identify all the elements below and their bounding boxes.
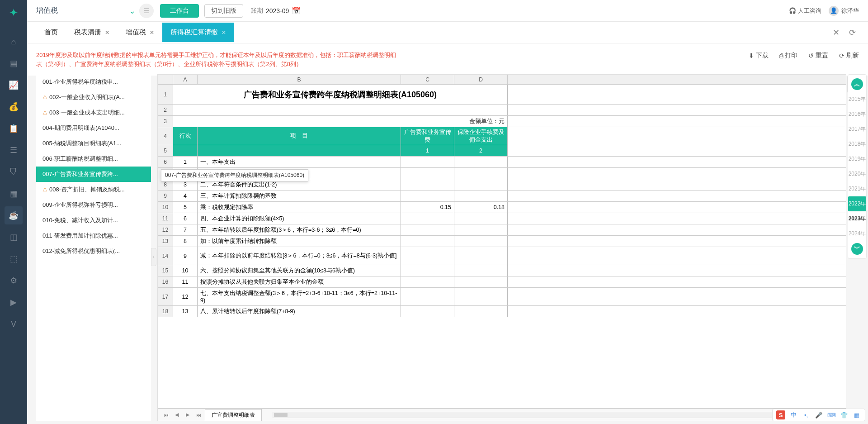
row-header[interactable]: 13: [158, 236, 173, 247]
form-item-7[interactable]: ⚠008-资产折旧、摊销及纳税...: [36, 182, 151, 197]
year-item[interactable]: 2023年: [849, 211, 866, 226]
cell-item[interactable]: 加：以前年度累计结转扣除额: [198, 236, 401, 247]
cell-item[interactable]: 乘：税收规定扣除率: [198, 202, 401, 213]
row-header[interactable]: 4: [158, 127, 173, 145]
close-icon[interactable]: ✕: [222, 29, 226, 36]
tab-2[interactable]: 增值税✕: [118, 23, 162, 42]
round-button[interactable]: ☰: [139, 4, 154, 18]
form-item-11[interactable]: 012-减免所得税优惠明细表(...: [36, 243, 151, 259]
form-item-9[interactable]: 010-免税、减计收入及加计...: [36, 213, 151, 228]
col-header-d[interactable]: D: [454, 75, 508, 84]
reset-button[interactable]: ↺重置: [808, 52, 828, 60]
cell-value-c[interactable]: [401, 224, 454, 235]
nav-v-icon[interactable]: V: [5, 315, 23, 333]
cell-rownum[interactable]: 5: [173, 202, 198, 213]
year-item[interactable]: 2019年: [849, 152, 866, 167]
year-item[interactable]: 2021年: [849, 181, 866, 196]
form-item-5[interactable]: 006-职工薪酬纳税调整明细...: [36, 151, 151, 167]
year-item[interactable]: 2022年: [848, 196, 866, 211]
row-header[interactable]: 10: [158, 202, 173, 213]
close-icon[interactable]: ✕: [150, 29, 154, 36]
cell-value-c[interactable]: 0.15: [401, 202, 454, 213]
nav-chart-icon[interactable]: 📈: [5, 76, 23, 94]
form-item-3[interactable]: 004-期间费用明细表(A1040...: [36, 120, 151, 136]
row-header[interactable]: 14: [158, 247, 173, 265]
ime-punct-icon[interactable]: •,: [802, 410, 811, 419]
close-icon[interactable]: ✕: [105, 29, 109, 36]
cell-rownum[interactable]: 9: [173, 247, 198, 265]
nav-video-icon[interactable]: ▶: [5, 293, 23, 311]
nav-settings-icon[interactable]: ⚙: [5, 272, 23, 290]
form-item-4[interactable]: 005-纳税调整项目明细表(A1...: [36, 136, 151, 151]
cell-item[interactable]: 减：本年扣除的以前年度结转额[3＞6，本行=0；3≤6，本行=8与(6-3)孰小…: [198, 247, 401, 265]
sheet-tab[interactable]: 广宣费调整明细表: [205, 409, 262, 421]
year-item[interactable]: 2017年: [849, 122, 866, 137]
ime-mic-icon[interactable]: 🎤: [814, 410, 823, 419]
cell-value-d[interactable]: [454, 306, 508, 317]
nav-report-icon[interactable]: ◫: [5, 228, 23, 246]
nav-inbox-icon[interactable]: ⬚: [5, 250, 23, 268]
ime-toolbar[interactable]: S 中 •, 🎤 ⌨ 👕 ▦: [772, 409, 865, 421]
cell-item[interactable]: 三、本年计算扣除限额的基数: [198, 191, 401, 201]
cell-rownum[interactable]: 12: [173, 288, 198, 305]
form-item-6[interactable]: 007-广告费和业务宣传费跨...: [36, 167, 151, 182]
cell-item[interactable]: 四、本企业计算的扣除限额(4×5): [198, 213, 401, 224]
cell-rownum[interactable]: 11: [173, 276, 198, 287]
row-header[interactable]: 18: [158, 306, 173, 317]
company-selector[interactable]: 增值税 ⌄: [36, 6, 136, 16]
year-down-button[interactable]: ︾: [851, 243, 863, 255]
cell-rownum[interactable]: 4: [173, 191, 198, 201]
close-all-icon[interactable]: ✕: [829, 26, 843, 39]
cell-value-d[interactable]: [454, 288, 508, 305]
cell-rownum[interactable]: 1: [173, 157, 198, 167]
nav-clipboard-icon[interactable]: 📋: [5, 119, 23, 138]
nav-tax-icon[interactable]: ☕: [5, 206, 23, 224]
cell-value-d[interactable]: [454, 265, 508, 276]
col-header-b[interactable]: B: [198, 75, 401, 84]
cell-value-c[interactable]: [401, 265, 454, 276]
cell-value-c[interactable]: [401, 179, 454, 190]
year-item[interactable]: 2020年: [849, 167, 866, 181]
old-version-button[interactable]: 切到旧版: [204, 4, 243, 18]
ime-keyboard-icon[interactable]: ⌨: [827, 410, 836, 419]
ime-lang[interactable]: 中: [789, 410, 798, 419]
nav-stamp-icon[interactable]: ⛉: [5, 163, 23, 181]
row-header[interactable]: 1: [158, 85, 173, 104]
cell-item[interactable]: 按照分摊协议从其他关联方归集至本企业的金额: [198, 276, 401, 287]
nav-home-icon[interactable]: ⌂: [5, 33, 23, 51]
support-link[interactable]: 🎧 人工咨询: [789, 7, 821, 15]
app-logo[interactable]: ✦: [5, 4, 23, 22]
print-button[interactable]: ⎙打印: [779, 52, 797, 60]
cell-value-d[interactable]: [454, 247, 508, 265]
ime-toolbox-icon[interactable]: ▦: [852, 410, 861, 419]
refresh-button[interactable]: ⟳刷新: [839, 52, 859, 60]
tab-3[interactable]: 所得税汇算清缴✕: [162, 23, 234, 42]
horizontal-scrollbar[interactable]: [273, 412, 842, 418]
cell-value-c[interactable]: [401, 236, 454, 247]
tab-1[interactable]: 税表清册✕: [66, 23, 118, 42]
row-header[interactable]: 3: [158, 116, 173, 127]
row-header[interactable]: 15: [158, 265, 173, 276]
select-all-cell[interactable]: [158, 75, 173, 84]
year-up-button[interactable]: ︽: [851, 78, 863, 90]
cell-value-c[interactable]: [401, 276, 454, 287]
cell-rownum[interactable]: 13: [173, 306, 198, 317]
nav-form-icon[interactable]: ☰: [5, 141, 23, 159]
cell-item[interactable]: 六、按照分摊协议归集至其他关联方的金额(10≤3与6孰小值): [198, 265, 401, 276]
year-item[interactable]: 2024年: [849, 226, 866, 241]
row-header[interactable]: 5: [158, 145, 173, 156]
form-item-1[interactable]: ⚠002-一般企业收入明细表(A...: [36, 90, 151, 105]
cell-value-c[interactable]: [401, 191, 454, 201]
row-header[interactable]: 2: [158, 105, 173, 115]
form-item-8[interactable]: 009-企业所得税弥补亏损明...: [36, 197, 151, 213]
form-item-2[interactable]: ⚠003-一般企业成本支出明细...: [36, 105, 151, 120]
cell-rownum[interactable]: 6: [173, 213, 198, 224]
nav-calendar-icon[interactable]: ▦: [5, 185, 23, 203]
cell-item[interactable]: 八、累计结转以后年度扣除额(7+8-9): [198, 306, 401, 317]
nav-money-icon[interactable]: 💰: [5, 98, 23, 116]
col-header-a[interactable]: A: [173, 75, 198, 84]
row-header[interactable]: 11: [158, 213, 173, 224]
cell-rownum[interactable]: 8: [173, 236, 198, 247]
cell-rownum[interactable]: 7: [173, 224, 198, 235]
cell-value-c[interactable]: [401, 247, 454, 265]
